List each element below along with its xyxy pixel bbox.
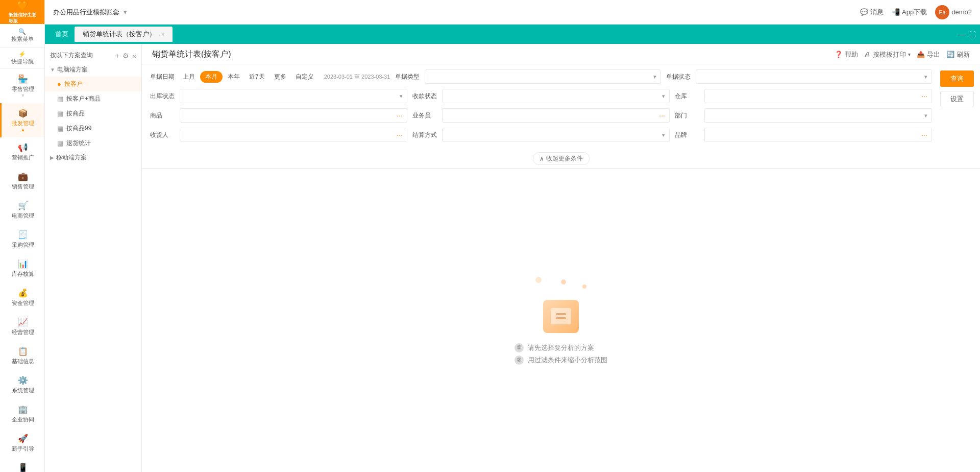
print-arrow-icon: ▾	[908, 52, 911, 57]
scheme-panel-header: 按以下方案查询 + ⚙ «	[45, 48, 141, 63]
newbie-icon: 🚀	[18, 434, 28, 443]
warehouse-filter: 仓库 ···	[675, 89, 932, 103]
tab-home[interactable]: 首页	[49, 27, 75, 42]
recipient-label: 收货人	[150, 131, 176, 139]
refresh-icon: 🔄	[946, 51, 954, 58]
date-tab-last-month[interactable]: 上月	[179, 71, 199, 83]
doctype-arrow: ▾	[653, 74, 656, 80]
mobile-group-title[interactable]: ▶ 移动端方案	[45, 151, 141, 164]
salesperson-control[interactable]: ···	[442, 108, 670, 123]
sidebar-item-operations[interactable]: 📈 经营管理	[0, 312, 44, 341]
date-tab-custom[interactable]: 自定义	[291, 71, 318, 83]
minimize-icon[interactable]: —	[959, 31, 965, 38]
scheme-item-by-goods99[interactable]: ▦ 按商品99	[45, 121, 141, 136]
docstatus-control[interactable]: ▾	[696, 69, 932, 84]
sidebar-item-basic[interactable]: 📋 基础信息	[0, 341, 44, 370]
group-expand-icon: ▼	[50, 67, 55, 73]
logo[interactable]: 🧡 畅捷信好生意 标版	[0, 0, 44, 24]
sidebar-item-wholesale[interactable]: 📦 批发管理 ▲	[0, 103, 44, 137]
sidebar-item-inventory[interactable]: 📊 库存核算	[0, 254, 44, 283]
receiptstatus-label: 收款状态	[412, 92, 438, 101]
main-content: 销货单统计表(按客户) ❓ 帮助 🖨 按模板打印 ▾	[142, 44, 980, 472]
collapse-button[interactable]: ∧ 收起更多条件	[533, 152, 590, 165]
receiptstatus-control[interactable]: ▾	[442, 89, 670, 103]
scheme-bullet-icon: ●	[57, 80, 61, 88]
system-icon: ⚙️	[18, 375, 28, 385]
date-tabs: 上月 本月 本年 近7天 更多 自定义	[179, 71, 318, 83]
outstatus-label: 出库状态	[150, 92, 176, 101]
sidebar-item-purchase[interactable]: 🧾 采购管理	[0, 225, 44, 254]
warehouse-label: 仓库	[675, 92, 700, 101]
settlement-control[interactable]: ▾	[442, 128, 670, 142]
collapse-scheme-button[interactable]: «	[132, 52, 136, 60]
scheme-item-by-goods[interactable]: ▦ 按商品	[45, 106, 141, 121]
topbar-left: 办公用品行业模拟账套 ▾	[53, 8, 127, 17]
date-tab-7days[interactable]: 近7天	[245, 71, 269, 83]
date-tab-this-year[interactable]: 本年	[224, 71, 244, 83]
sidebar-item-enterprise[interactable]: 🏢 企业协同	[0, 399, 44, 429]
scheme-grid-icon-3: ▦	[57, 125, 63, 132]
retail-arrow: ▼	[21, 93, 26, 98]
sidebar-item-system[interactable]: ⚙️ 系统管理	[0, 370, 44, 399]
recipient-control[interactable]: ···	[180, 128, 407, 142]
main-area: 办公用品行业模拟账套 ▾ 💬 消息 📲 App下载 Ea demo2 首页 销货…	[45, 0, 980, 472]
print-template-button[interactable]: 🖨 按模板打印 ▾	[864, 50, 911, 59]
warehouse-control[interactable]: ···	[704, 89, 932, 103]
query-button[interactable]: 查询	[940, 70, 974, 87]
outstatus-control[interactable]: ▾	[180, 89, 407, 103]
sidebar-item-marketing[interactable]: 📢 营销推广	[0, 137, 44, 167]
message-button[interactable]: 💬 消息	[860, 8, 884, 17]
page-actions: ❓ 帮助 🖨 按模板打印 ▾ 📤 导出	[835, 50, 970, 59]
brand-control[interactable]: ···	[704, 128, 932, 142]
quick-nav[interactable]: ⚡ 快捷导航	[0, 48, 44, 69]
tab-close-button[interactable]: ×	[161, 31, 164, 38]
department-arrow: ▾	[924, 112, 927, 119]
doctype-control[interactable]: ▾	[425, 69, 661, 84]
desktop-scheme-group: ▼ 电脑端方案 ● 按客户 ▦ 按客户+商品 ▦ 按商品 ▦ 按商品99	[45, 63, 141, 151]
page-header-top: 销货单统计表(按客户) ❓ 帮助 🖨 按模板打印 ▾	[152, 49, 970, 64]
message-icon: 💬	[860, 8, 868, 16]
help-icon: ❓	[835, 51, 843, 58]
add-scheme-button[interactable]: +	[115, 52, 119, 60]
sidebar-item-sales[interactable]: 💼 销售管理	[0, 167, 44, 196]
docstatus-label: 单据状态	[666, 73, 692, 81]
department-control[interactable]: ▾	[704, 108, 932, 123]
user-profile[interactable]: Ea demo2	[935, 5, 972, 19]
scheme-item-return-stats[interactable]: ▦ 退货统计	[45, 136, 141, 151]
doctype-label: 单据类型	[395, 73, 421, 81]
settings-scheme-button[interactable]: ⚙	[122, 52, 129, 60]
sidebar-item-newbie[interactable]: 🚀 新手引导	[0, 429, 44, 458]
receiptstatus-filter: 收款状态 ▾	[412, 89, 670, 103]
settlement-label: 结算方式	[412, 131, 438, 139]
sidebar-item-ecommerce[interactable]: 🛒 电商管理	[0, 196, 44, 225]
date-tab-this-month[interactable]: 本月	[200, 71, 223, 83]
outstatus-arrow: ▾	[400, 93, 403, 100]
topbar-right: 💬 消息 📲 App下载 Ea demo2	[860, 5, 972, 19]
logo-text: 畅捷信好生意 标版	[9, 12, 36, 24]
help-button[interactable]: ❓ 帮助	[835, 50, 858, 59]
empty-state: ① 请先选择要分析的方案 ② 用过滤条件来缩小分析范围	[142, 169, 980, 472]
enterprise-icon: 🏢	[18, 405, 28, 414]
receiptstatus-arrow: ▾	[662, 93, 665, 100]
scheme-item-by-customer[interactable]: ● 按客户	[45, 77, 141, 91]
goods-control[interactable]: ···	[180, 108, 407, 123]
sidebar-item-appcenter[interactable]: 📱 应用中心	[0, 458, 44, 472]
date-tab-more[interactable]: 更多	[270, 71, 290, 83]
app-download-button[interactable]: 📲 App下载	[892, 8, 927, 17]
refresh-button[interactable]: 🔄 刷新	[946, 50, 970, 59]
scheme-item-by-customer-goods[interactable]: ▦ 按客户+商品	[45, 91, 141, 106]
desktop-group-title[interactable]: ▼ 电脑端方案	[45, 63, 141, 77]
search-menu[interactable]: 🔍 搜索菜单	[0, 24, 44, 48]
expand-icon[interactable]: ⛶	[969, 31, 976, 38]
sidebar: 🧡 畅捷信好生意 标版 🔍 搜索菜单 ⚡ 快捷导航 🏪 零售管理 ▼ 📦 批发管…	[0, 0, 45, 472]
inventory-icon: 📊	[18, 259, 28, 269]
topbar-dropdown[interactable]: ▾	[124, 8, 127, 16]
basic-icon: 📋	[18, 346, 28, 356]
sidebar-item-finance[interactable]: 💰 资金管理	[0, 283, 44, 312]
tab-active[interactable]: 销货单统计表（按客户） ×	[75, 27, 173, 42]
export-button[interactable]: 📤 导出	[917, 50, 940, 59]
sidebar-item-retail[interactable]: 🏪 零售管理 ▼	[0, 69, 44, 103]
page-header: 销货单统计表(按客户) ❓ 帮助 🖨 按模板打印 ▾	[142, 44, 980, 64]
sales-icon: 💼	[18, 172, 28, 181]
settings-button[interactable]: 设置	[940, 91, 974, 107]
